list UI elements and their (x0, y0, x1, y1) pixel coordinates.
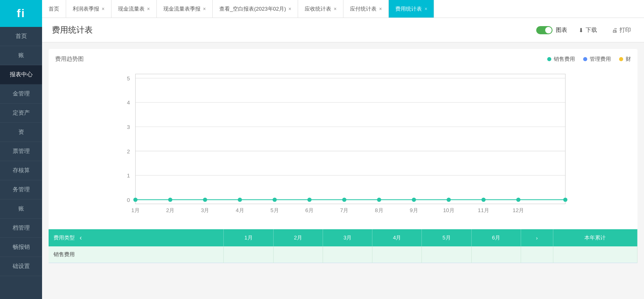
download-button[interactable]: ⬇ 下载 (575, 25, 600, 35)
svg-text:11月: 11月 (478, 207, 489, 213)
svg-point-24 (516, 197, 520, 202)
svg-point-17 (272, 197, 276, 202)
legend-sales: 销售费用 (547, 55, 575, 63)
legend-label-sales: 销售费用 (554, 55, 575, 63)
sidebar-logo: fi (0, 0, 42, 27)
cell-total (553, 246, 637, 263)
svg-text:4月: 4月 (236, 207, 244, 213)
tab-blank-report[interactable]: 查看_空白报表(2023年02月) × (213, 0, 298, 18)
tab-close-profit[interactable]: × (102, 7, 105, 11)
svg-text:3: 3 (127, 124, 130, 130)
chart-legend: 销售费用 管理费用 财 (547, 55, 631, 63)
svg-text:2: 2 (127, 148, 130, 155)
svg-point-22 (447, 197, 451, 202)
chart-toggle[interactable] (536, 26, 553, 34)
svg-point-13 (133, 197, 137, 202)
svg-text:8月: 8月 (375, 207, 383, 213)
download-icon: ⬇ (579, 27, 584, 33)
svg-text:6月: 6月 (305, 207, 314, 213)
tab-cashflow[interactable]: 现金流量表 × (111, 0, 157, 18)
svg-text:10月: 10月 (443, 207, 455, 213)
chart-svg: 5 4 3 2 1 0 (55, 68, 631, 223)
cell-m2 (273, 246, 323, 263)
svg-point-19 (342, 197, 346, 202)
th-m3: 3月 (323, 229, 372, 246)
sidebar-item-home[interactable]: 首页 (0, 27, 42, 46)
svg-text:2月: 2月 (166, 207, 174, 213)
sidebar-item-inventory[interactable]: 存核算 (0, 161, 42, 180)
sidebar-item-service[interactable]: 务管理 (0, 180, 42, 199)
sidebar-item-ledger[interactable]: 账 (0, 199, 42, 219)
tab-expense[interactable]: 费用统计表 × (389, 0, 434, 18)
nav-prev-btn[interactable]: ‹ (80, 234, 82, 241)
cell-m5 (422, 246, 471, 263)
tab-payable[interactable]: 应付统计表 × (343, 0, 389, 18)
main-content: 首页 利润表季报 × 现金流量表 × 现金流量表季报 × 查看_空白报表(202… (42, 0, 644, 299)
svg-point-25 (563, 197, 567, 202)
tab-close-payable[interactable]: × (379, 7, 382, 11)
header-actions: 图表 ⬇ 下载 🖨 打印 (536, 25, 634, 35)
tab-close-receivable[interactable]: × (334, 7, 336, 11)
cell-m6 (471, 246, 521, 263)
th-nav-next[interactable]: › (521, 229, 553, 246)
svg-point-14 (168, 197, 172, 202)
svg-text:5: 5 (127, 75, 130, 82)
print-button[interactable]: 🖨 打印 (608, 25, 634, 35)
tab-receivable[interactable]: 应收统计表 × (298, 0, 343, 18)
svg-text:9月: 9月 (410, 207, 418, 213)
th-m1: 1月 (224, 229, 273, 246)
svg-text:12月: 12月 (513, 207, 524, 213)
toggle-label: 图表 (556, 27, 567, 34)
sidebar-item-archives[interactable]: 档管理 (0, 219, 42, 238)
print-label: 打印 (619, 27, 631, 34)
sidebar-item-fixed-assets[interactable]: 定资产 (0, 104, 42, 123)
download-label: 下载 (586, 27, 597, 34)
legend-admin: 管理费用 (583, 55, 611, 63)
print-icon: 🖨 (612, 27, 617, 33)
svg-text:1: 1 (127, 173, 130, 179)
tab-bar: 首页 利润表季报 × 现金流量表 × 现金流量表季报 × 查看_空白报表(202… (42, 0, 644, 18)
svg-point-16 (238, 197, 242, 202)
svg-text:3月: 3月 (201, 207, 209, 213)
sidebar: fi 首页 账 报表中心 金管理 定资产 资 票管理 存核算 务管理 账 档管理… (0, 0, 42, 299)
svg-point-21 (412, 197, 416, 202)
chart-toggle-wrap[interactable]: 图表 (536, 26, 567, 34)
tab-profit-quarterly[interactable]: 利润表季报 × (66, 0, 111, 18)
tab-close-expense[interactable]: × (424, 7, 427, 11)
tab-close-blank[interactable]: × (288, 7, 291, 11)
svg-text:5月: 5月 (270, 207, 279, 213)
sidebar-item-funds[interactable]: 金管理 (0, 84, 42, 104)
tab-close-cashflow[interactable]: × (147, 7, 150, 11)
legend-finance: 财 (619, 55, 631, 63)
svg-rect-12 (136, 74, 566, 204)
legend-dot-finance (619, 57, 623, 61)
chart-section: 费用趋势图 销售费用 管理费用 财 (49, 49, 637, 229)
legend-label-finance: 财 (626, 55, 631, 63)
page-header: 费用统计表 图表 ⬇ 下载 🖨 打印 (42, 18, 644, 42)
sidebar-item-resources[interactable]: 资 (0, 123, 42, 142)
th-m5: 5月 (422, 229, 471, 246)
tab-cashflow-quarterly[interactable]: 现金流量表季报 × (157, 0, 213, 18)
sidebar-item-invoice[interactable]: 票管理 (0, 142, 42, 161)
sidebar-item-settings[interactable]: 础设置 (0, 257, 42, 276)
tab-close-cashflow-q[interactable]: × (203, 7, 206, 11)
sidebar-item-refund[interactable]: 畅报销 (0, 238, 42, 257)
legend-dot-sales (547, 57, 551, 61)
svg-point-23 (481, 197, 486, 202)
data-table: 费用类型 ‹ 1月 2月 3月 4月 5月 6月 › 本年累计 (49, 229, 637, 263)
sidebar-item-reports[interactable]: 报表中心 (0, 65, 42, 84)
th-total: 本年累计 (553, 229, 637, 246)
svg-point-18 (308, 197, 312, 202)
tab-home[interactable]: 首页 (42, 0, 66, 18)
cell-m1 (224, 246, 273, 263)
th-type: 费用类型 ‹ (49, 229, 224, 246)
legend-dot-admin (583, 57, 587, 61)
cell-nav (521, 246, 553, 263)
table-row: 销售费用 (49, 246, 637, 263)
sidebar-item-accounts[interactable]: 账 (0, 46, 42, 65)
svg-text:7月: 7月 (340, 207, 348, 213)
svg-text:4: 4 (127, 100, 130, 106)
content-area: 费用统计表 图表 ⬇ 下载 🖨 打印 费用趋势图 (42, 18, 644, 299)
chart-title: 费用趋势图 (55, 55, 84, 63)
svg-text:1月: 1月 (131, 207, 139, 213)
